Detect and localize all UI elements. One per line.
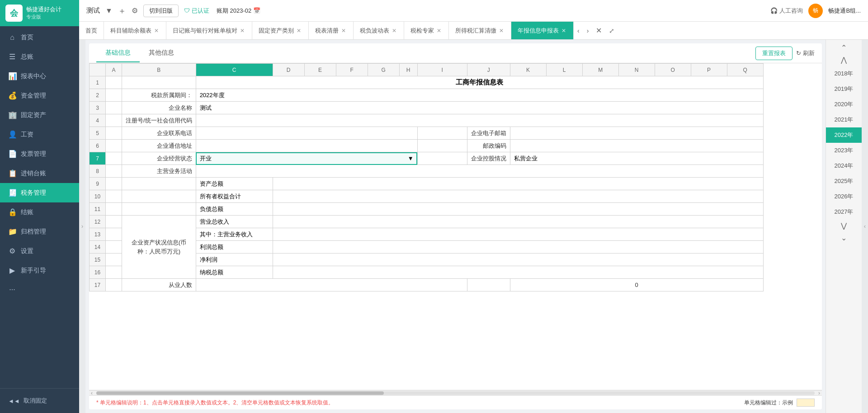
col-header-L[interactable]: L (546, 64, 582, 76)
sidebar-item-invoice[interactable]: 📄 发票管理 (0, 144, 79, 164)
sub-tab-other[interactable]: 其他信息 (140, 44, 183, 62)
col-header-A[interactable]: A (106, 64, 122, 76)
col-header-C[interactable]: C (196, 64, 273, 76)
cell-1-title[interactable]: 工商年报信息表 (196, 76, 763, 89)
cell-7-K[interactable]: 私营企业 (510, 152, 763, 165)
cell-7-C[interactable]: 开业 ▼ (196, 152, 417, 165)
cell-6-K[interactable] (510, 140, 763, 152)
year-item-2021[interactable]: 2021年 (826, 112, 862, 127)
year-item-2020[interactable]: 2020年 (826, 97, 862, 112)
year-item-2019[interactable]: 2019年 (826, 81, 862, 97)
topbar-settings-icon[interactable]: ⚙ (132, 6, 138, 15)
tab-expand-button[interactable]: ⤢ (605, 22, 618, 40)
cell-4-C[interactable] (196, 114, 763, 127)
reset-report-button[interactable]: 重置报表 (755, 47, 793, 60)
tab-close-journal[interactable]: ✕ (239, 28, 245, 34)
cell-17-C[interactable] (196, 279, 467, 291)
tab-tax-form[interactable]: 税表清册 ✕ (309, 22, 354, 40)
sub-tab-basic[interactable]: 基础信息 (96, 44, 140, 62)
topbar-dropdown-icon[interactable]: ▼ (105, 7, 113, 15)
sidebar-item-payroll[interactable]: 👤 工资 (0, 125, 79, 144)
sidebar-item-tax[interactable]: 🧾 税务管理 (0, 183, 79, 202)
cell-3-C[interactable]: 测试 (196, 102, 763, 114)
sheet-hscroll[interactable]: ‹ › (89, 390, 822, 395)
tab-home[interactable]: 首页 (79, 22, 104, 40)
tab-close-all-button[interactable]: ✕ (592, 22, 605, 40)
col-header-F[interactable]: F (336, 64, 368, 76)
cell-17-J[interactable]: 0 (510, 279, 763, 291)
col-header-B[interactable]: B (122, 64, 196, 76)
sidebar-item-home[interactable]: ⌂ 首页 (0, 28, 79, 47)
cell-5-C[interactable] (196, 127, 417, 140)
year-panel-down-btn[interactable]: ⌄ (826, 232, 862, 244)
sidebar-item-close[interactable]: 🔒 结账 (0, 202, 79, 222)
sidebar-item-purchase[interactable]: 📋 进销台账 (0, 164, 79, 183)
col-header-O[interactable]: O (655, 64, 691, 76)
hscroll-track[interactable] (96, 391, 815, 395)
col-header-I[interactable]: I (417, 64, 467, 76)
sheet-scroll-area[interactable]: A B C D E F G H I J K L (89, 63, 822, 390)
cell-16-D[interactable] (273, 266, 763, 279)
col-header-H[interactable]: H (399, 64, 417, 76)
tab-next-button[interactable]: › (583, 22, 593, 40)
year-panel-up-btn[interactable]: ⌃ (826, 42, 862, 54)
col-header-J[interactable]: J (467, 64, 510, 76)
col-header-Q[interactable]: Q (727, 64, 763, 76)
cell-11-D[interactable] (273, 203, 763, 216)
col-header-N[interactable]: N (618, 64, 655, 76)
sidebar-item-ledger[interactable]: ☰ 总账 (0, 47, 79, 66)
tab-annual[interactable]: 年报信息申报表 ✕ (511, 22, 574, 40)
tab-tax-expert[interactable]: 税检专家 ✕ (404, 22, 449, 40)
tab-close-annual[interactable]: ✕ (561, 28, 567, 34)
topbar-add-button[interactable]: ＋ (118, 5, 126, 16)
year-panel-expand-up[interactable]: ⋀ (826, 54, 862, 66)
tab-assets-cat[interactable]: 固定资产类别 ✕ (252, 22, 309, 40)
collapse-bar-right[interactable]: ‹ (862, 40, 868, 413)
sidebar-item-assets[interactable]: 🏢 固定资产 (0, 105, 79, 125)
year-item-2018[interactable]: 2018年 (826, 66, 862, 81)
year-item-2025[interactable]: 2025年 (826, 174, 862, 189)
cell-5-K[interactable] (510, 127, 763, 140)
sidebar-item-funds[interactable]: 💰 资金管理 (0, 86, 79, 105)
cell-10-D[interactable] (273, 190, 763, 203)
cell-8-C[interactable] (196, 165, 763, 178)
old-version-button[interactable]: 切到旧版 (143, 5, 179, 17)
sidebar-item-archive[interactable]: 📁 归档管理 (0, 222, 79, 241)
sidebar-item-settings[interactable]: ⚙ 设置 (0, 241, 79, 261)
tab-close-aux[interactable]: ✕ (153, 28, 160, 34)
cell-2-C[interactable]: 2022年度 (196, 89, 763, 102)
tab-prev-button[interactable]: ‹ (574, 22, 583, 40)
business-status-dropdown[interactable]: 开业 ▼ (200, 155, 414, 163)
hscroll-thumb[interactable] (96, 391, 384, 395)
unpin-button[interactable]: ◄◄ 取消固定 (8, 393, 71, 408)
year-item-2026[interactable]: 2026年 (826, 189, 862, 204)
cell-9-D[interactable] (273, 178, 763, 190)
sidebar-item-guide[interactable]: ▶ 新手引导 (0, 261, 79, 280)
tab-aux[interactable]: 科目辅助余额表 ✕ (104, 22, 166, 40)
year-panel-expand-down[interactable]: ⋁ (826, 220, 862, 232)
tab-journal[interactable]: 日记账与银行对账单核对 ✕ (166, 22, 252, 40)
col-header-E[interactable]: E (304, 64, 336, 76)
sidebar-item-reports[interactable]: 📊 报表中心 (0, 66, 79, 86)
col-header-P[interactable]: P (691, 64, 727, 76)
col-header-D[interactable]: D (273, 64, 304, 76)
col-header-M[interactable]: M (582, 64, 618, 76)
tab-close-tax-form[interactable]: ✕ (340, 28, 347, 34)
tab-close-tax-calc[interactable]: ✕ (498, 28, 505, 34)
collapse-bar-left[interactable]: › (79, 40, 85, 413)
tab-tax-wave[interactable]: 税负波动表 ✕ (354, 22, 404, 40)
calendar-icon[interactable]: 📅 (253, 7, 260, 14)
col-header-G[interactable]: G (368, 64, 399, 76)
tab-close-tax-expert[interactable]: ✕ (436, 28, 442, 34)
tab-close-tax-wave[interactable]: ✕ (391, 28, 397, 34)
cell-6-C[interactable] (196, 140, 417, 152)
service-button[interactable]: 🎧 人工咨询 (770, 7, 803, 15)
cell-13-D[interactable] (273, 228, 763, 241)
year-item-2027[interactable]: 2027年 (826, 204, 862, 220)
cell-14-D[interactable] (273, 241, 763, 253)
year-item-2023[interactable]: 2023年 (826, 143, 862, 158)
cell-12-D[interactable] (273, 216, 763, 228)
col-header-K[interactable]: K (510, 64, 546, 76)
year-item-2022[interactable]: 2022年 (826, 127, 862, 143)
refresh-button[interactable]: ↻ 刷新 (796, 49, 815, 57)
